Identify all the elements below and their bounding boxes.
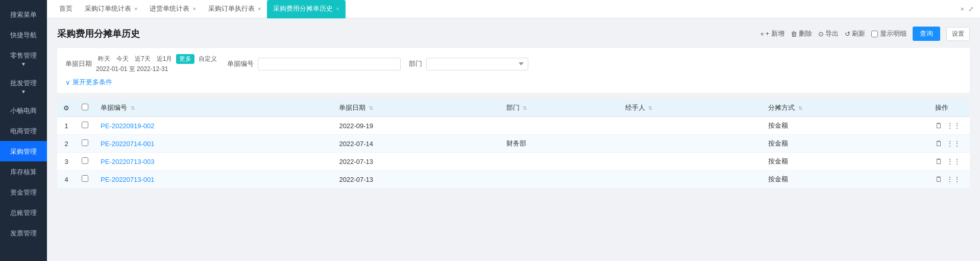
row-checkbox[interactable]: [82, 139, 88, 146]
tab-purchase-order-exec[interactable]: 采购订单执行表×: [202, 0, 267, 18]
tab-purchase-order-stats[interactable]: 采购订单统计表×: [79, 0, 143, 18]
more-action-icon[interactable]: ⋮⋮: [946, 122, 961, 130]
date-shortcut-1month[interactable]: 近1月: [155, 54, 175, 64]
col-date-label: 单据日期: [339, 104, 365, 111]
filter-area: 单据日期 昨天今天近7天近1月更多自定义 2022-01-01 至 2022-1…: [57, 48, 970, 93]
view-action-icon[interactable]: 🗒: [935, 122, 942, 130]
export-icon: ⊙: [818, 30, 824, 38]
sidebar-item-quicknav[interactable]: 快捷导航: [0, 25, 47, 45]
refresh-button[interactable]: ↺ 刷新: [845, 29, 865, 38]
col-settings[interactable]: ⚙: [57, 99, 76, 117]
sort-docno-icon[interactable]: ⇅: [131, 105, 135, 111]
view-action-icon[interactable]: 🗒: [935, 175, 942, 183]
sidebar-item-ledger[interactable]: 总账管理: [0, 202, 47, 223]
add-button[interactable]: + + 新增: [760, 29, 785, 38]
sidebar-item-ecommerce[interactable]: 电商管理: [0, 121, 47, 141]
tab-inbound-stats[interactable]: 进货单统计表×: [143, 0, 202, 18]
docno-filter-label: 单据编号: [227, 59, 254, 68]
cell-handler: [619, 153, 762, 171]
cell-checkbox: [76, 117, 94, 135]
filter-row: 单据日期 昨天今天近7天近1月更多自定义 2022-01-01 至 2022-1…: [65, 54, 962, 74]
dept-select[interactable]: 财务部: [426, 58, 528, 70]
cell-date: 2022-09-19: [333, 117, 500, 135]
more-action-icon[interactable]: ⋮⋮: [946, 157, 961, 165]
tab-close-icon[interactable]: ×: [336, 6, 339, 12]
date-shortcut-custom[interactable]: 自定义: [197, 54, 219, 64]
table-row: 1 PE-20220919-002 2022-09-19 按金额 🗒 ⋮⋮: [57, 117, 970, 135]
tab-label: 进货单统计表: [150, 4, 189, 13]
col-docno-label: 单据编号: [101, 104, 127, 111]
cell-docno: PE-20220713-001: [94, 171, 333, 188]
col-checkbox: [76, 99, 94, 117]
row-checkbox[interactable]: [82, 157, 88, 164]
sidebar-item-wholesale[interactable]: 批发管理▼: [0, 73, 47, 100]
expand-more-btn[interactable]: ∨ 展开更多条件: [65, 78, 962, 87]
query-button[interactable]: 查询: [913, 27, 940, 41]
cell-dept: 财务部: [500, 135, 619, 153]
tab-close-icon[interactable]: ×: [134, 6, 137, 12]
settings-button[interactable]: 设置: [946, 27, 970, 41]
cell-method: 按金额: [762, 135, 929, 153]
sidebar: 搜索菜单快捷导航零售管理▼批发管理▼小畅电商电商管理采购管理库存核算资金管理总账…: [0, 0, 47, 261]
export-button[interactable]: ⊙ 导出: [818, 29, 839, 38]
cell-actions: 🗒 ⋮⋮: [929, 117, 970, 135]
sidebar-item-invoice[interactable]: 发票管理: [0, 223, 47, 243]
sidebar-item-search[interactable]: 搜索菜单: [0, 4, 47, 25]
sidebar-item-finance[interactable]: 资金管理: [0, 182, 47, 202]
row-checkbox[interactable]: [82, 175, 88, 182]
sidebar-item-purchase[interactable]: 采购管理: [0, 141, 47, 161]
more-action-icon[interactable]: ⋮⋮: [946, 139, 961, 148]
delete-button[interactable]: 🗑 删除: [791, 29, 812, 38]
show-detail-checkbox[interactable]: 显示明细: [871, 29, 906, 38]
view-action-icon[interactable]: 🗒: [935, 139, 942, 148]
more-action-icon[interactable]: ⋮⋮: [946, 175, 961, 183]
cell-method: 按金额: [762, 117, 929, 135]
cell-actions: 🗒 ⋮⋮: [929, 153, 970, 171]
page-content: 采购费用分摊单历史 + + 新增 🗑 删除 ⊙ 导出 ↺ 刷新: [47, 18, 980, 261]
sort-dept-icon[interactable]: ⇅: [523, 105, 527, 111]
cell-dept: [500, 117, 619, 135]
date-shortcut-more[interactable]: 更多: [176, 54, 194, 64]
sort-handler-icon[interactable]: ⇅: [648, 105, 652, 111]
docno-filter: 单据编号: [227, 58, 401, 70]
cell-date: 2022-07-14: [333, 135, 500, 153]
select-all-checkbox[interactable]: [82, 104, 88, 110]
sidebar-item-inventory[interactable]: 库存核算: [0, 161, 47, 182]
row-checkbox[interactable]: [82, 122, 88, 128]
sort-method-icon[interactable]: ⇅: [798, 105, 802, 111]
cell-date: 2022-07-13: [333, 171, 500, 188]
tab-home[interactable]: 首页: [53, 0, 79, 18]
docno-link[interactable]: PE-20220714-001: [101, 140, 155, 148]
col-dept-label: 部门: [506, 104, 520, 111]
tab-purchase-cost-history[interactable]: 采购费用分摊单历史×: [267, 0, 345, 18]
tab-close-icon[interactable]: ×: [258, 6, 261, 12]
docno-link[interactable]: PE-20220919-002: [101, 122, 155, 130]
tab-bar: 首页采购订单统计表×进货单统计表×采购订单执行表×采购费用分摊单历史× × ⤢: [47, 0, 980, 18]
date-shortcut-today[interactable]: 今天: [114, 54, 131, 64]
col-handler: 经手人 ⇅: [619, 99, 762, 117]
cell-handler: [619, 135, 762, 153]
view-action-icon[interactable]: 🗒: [935, 157, 942, 165]
date-shortcut-7days[interactable]: 近7天: [133, 54, 153, 64]
date-shortcut-yesterday[interactable]: 昨天: [96, 54, 112, 64]
dept-filter: 部门 财务部: [409, 58, 528, 70]
docno-input[interactable]: [258, 58, 401, 70]
tab-label: 采购订单执行表: [208, 4, 255, 13]
sidebar-item-retail[interactable]: 零售管理▼: [0, 45, 47, 73]
tab-label: 采购费用分摊单历史: [273, 4, 333, 13]
close-window-icon[interactable]: ×: [960, 5, 964, 13]
docno-link[interactable]: PE-20220713-003: [101, 158, 155, 165]
tab-close-icon[interactable]: ×: [192, 6, 195, 12]
sort-date-icon[interactable]: ⇅: [369, 105, 373, 111]
cell-dept: [500, 171, 619, 188]
cell-handler: [619, 117, 762, 135]
show-detail-input[interactable]: [871, 31, 878, 37]
cell-date: 2022-07-13: [333, 153, 500, 171]
col-docno: 单据编号 ⇅: [94, 99, 333, 117]
docno-link[interactable]: PE-20220713-001: [101, 176, 155, 183]
maximize-window-icon[interactable]: ⤢: [968, 5, 974, 13]
cell-no: 3: [57, 153, 76, 171]
col-method-label: 分摊方式: [768, 104, 795, 111]
sidebar-item-miniapp[interactable]: 小畅电商: [0, 100, 47, 121]
arrow-icon: ▼: [21, 89, 26, 94]
